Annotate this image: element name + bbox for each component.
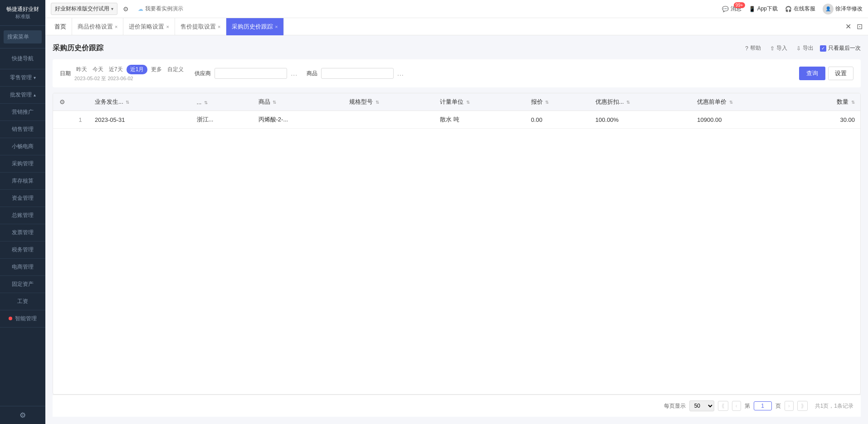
col-header-num xyxy=(71,93,89,111)
online-service-button[interactable]: 🎧 在线客服 xyxy=(785,5,815,13)
close-icon[interactable]: × xyxy=(275,24,278,29)
row-extra-cell: 浙江... xyxy=(191,111,253,129)
sidebar-item-purchase[interactable]: 采购管理 xyxy=(0,155,45,173)
sidebar-item-fixed-assets[interactable]: 固定资产 xyxy=(0,276,45,293)
sort-icon: ⇅ xyxy=(273,100,276,105)
col-header-extra[interactable]: ... ⇅ xyxy=(191,93,253,111)
import-button[interactable]: ⇧ 导入 xyxy=(767,43,790,54)
chevron-down-icon: ▾ xyxy=(34,75,36,80)
app-download-button[interactable]: 📱 App下载 xyxy=(749,5,778,13)
tab-close-button[interactable]: ✕ xyxy=(844,20,853,33)
message-icon: 💬 xyxy=(722,6,729,12)
sidebar-item-retail[interactable]: 零售管理 ▾ xyxy=(0,69,45,87)
tab-price-settings[interactable]: 商品价格设置 × xyxy=(72,18,123,35)
tab-home[interactable]: 首页 xyxy=(49,18,72,35)
date-last7[interactable]: 近7天 xyxy=(107,65,125,74)
page-header: 采购历史价跟踪 ? 帮助 ⇧ 导入 ⇩ 导出 只看最后一次 xyxy=(53,43,861,54)
prev-page-button[interactable]: ‹ xyxy=(732,401,741,411)
col-header-discount[interactable]: 优惠折扣... ⇅ xyxy=(590,93,692,111)
supplier-input[interactable] xyxy=(215,68,287,79)
sidebar-item-general-ledger[interactable]: 总账管理 xyxy=(0,207,45,224)
sidebar-item-label: 小畅电商 xyxy=(12,143,34,150)
row-price-cell: 0.00 xyxy=(526,111,590,129)
topbar-settings-button[interactable]: ⚙ xyxy=(121,4,131,14)
col-header-unit[interactable]: 计量单位 ⇅ xyxy=(434,93,525,111)
query-button[interactable]: 查询 xyxy=(799,67,825,80)
edition-selector[interactable]: 好业财标准版交付试用 ▾ xyxy=(51,3,117,15)
sidebar-item-inventory[interactable]: 库存核算 xyxy=(0,173,45,190)
sort-icon: ⇅ xyxy=(851,100,855,105)
cloud-icon: ☁ xyxy=(138,6,143,12)
close-icon[interactable]: × xyxy=(115,24,117,29)
user-menu-button[interactable]: 👤 徐泽华修改 xyxy=(823,4,863,14)
gear-icon: ⚙ xyxy=(123,5,129,13)
sidebar-item-invoice[interactable]: 发票管理 xyxy=(0,224,45,241)
next-page-button[interactable]: › xyxy=(785,401,794,411)
only-last-checkbox[interactable]: 只看最后一次 xyxy=(820,44,861,52)
row-quantity-cell: 30.00 xyxy=(796,111,860,129)
first-page-button[interactable]: ⟪ xyxy=(718,401,728,411)
product-input[interactable] xyxy=(321,68,394,79)
date-more[interactable]: 更多 xyxy=(149,65,164,74)
tabs-actions: ✕ ⊡ xyxy=(844,20,864,33)
col-header-before-discount[interactable]: 优惠前单价 ⇅ xyxy=(692,93,795,111)
tab-home-label: 首页 xyxy=(54,23,66,31)
tab-purchase-history[interactable]: 采购历史价跟踪 × xyxy=(226,18,283,35)
col-header-date[interactable]: 业务发生... ⇅ xyxy=(89,93,191,111)
demo-label: 我要看实例演示 xyxy=(145,5,183,13)
date-last1month[interactable]: 近1月 xyxy=(127,65,148,74)
sidebar-item-wholesale[interactable]: 批发管理 ▴ xyxy=(0,87,45,104)
sidebar-logo: 畅捷通好业财 标准版 xyxy=(0,0,45,26)
headset-icon: 🎧 xyxy=(785,6,792,12)
tab-sale-price[interactable]: 售价提取设置 × xyxy=(175,18,226,35)
date-yesterday[interactable]: 昨天 xyxy=(74,65,89,74)
date-custom[interactable]: 自定义 xyxy=(166,65,185,74)
sidebar-item-sales[interactable]: 销售管理 xyxy=(0,121,45,138)
date-filter-group: 日期 昨天 今天 近7天 近1月 更多 自定义 2023-05-02 至 202… xyxy=(60,65,185,82)
settings-icon-button[interactable]: ⚙ xyxy=(20,411,26,419)
sidebar-item-tax[interactable]: 税务管理 xyxy=(0,241,45,259)
row-before-discount-cell: 10900.00 xyxy=(692,111,795,129)
close-icon[interactable]: × xyxy=(166,24,169,29)
sidebar-item-label: 工资 xyxy=(17,298,28,305)
close-icon[interactable]: × xyxy=(218,24,220,29)
supplier-dots[interactable]: ... xyxy=(291,70,297,77)
sidebar-item-smart[interactable]: 智能管理 xyxy=(0,310,45,328)
topbar-right: 💬 消息 99+ 📱 App下载 🎧 在线客服 👤 徐泽华修改 xyxy=(722,4,863,14)
per-page-select[interactable]: 50 20 100 200 xyxy=(689,400,714,411)
demo-link[interactable]: ☁ 我要看实例演示 xyxy=(138,5,183,13)
row-spec-cell xyxy=(344,111,434,129)
edition-label: 好业财标准版交付试用 xyxy=(55,5,109,13)
page-number-input[interactable] xyxy=(754,401,772,410)
help-button[interactable]: ? 帮助 xyxy=(742,43,764,54)
sidebar-item-label: 库存核算 xyxy=(12,177,34,185)
filter-settings-button[interactable]: 设置 xyxy=(828,67,853,80)
messages-button[interactable]: 💬 消息 99+ xyxy=(722,5,741,13)
row-product-cell: 丙烯酸-2-... xyxy=(253,111,344,129)
table-settings-button[interactable]: ⚙ xyxy=(59,98,65,106)
quick-nav-button[interactable]: 快捷导航 xyxy=(4,51,42,66)
col-header-spec[interactable]: 规格型号 ⇅ xyxy=(344,93,434,111)
date-filter-label: 日期 xyxy=(60,70,71,77)
tab-purchase-strategy[interactable]: 进价策略设置 × xyxy=(123,18,175,35)
export-button[interactable]: ⇩ 导出 xyxy=(794,43,816,54)
sidebar: 畅捷通好业财 标准版 搜索菜单 快捷导航 零售管理 ▾ 批发管理 ▴ 营销推广 … xyxy=(0,0,45,424)
tab-expand-button[interactable]: ⊡ xyxy=(855,20,864,33)
date-today[interactable]: 今天 xyxy=(91,65,105,74)
app-download-label: App下载 xyxy=(757,5,778,13)
col-header-price[interactable]: 报价 ⇅ xyxy=(526,93,590,111)
sidebar-item-finance[interactable]: 资金管理 xyxy=(0,190,45,207)
product-dots[interactable]: ... xyxy=(397,70,404,77)
col-header-product[interactable]: 商品 ⇅ xyxy=(253,93,344,111)
sidebar-item-ecommerce[interactable]: 电商管理 xyxy=(0,259,45,276)
last-page-button[interactable]: ⟫ xyxy=(797,401,808,411)
search-menu-button[interactable]: 搜索菜单 xyxy=(4,30,42,43)
sidebar-item-marketing[interactable]: 营销推广 xyxy=(0,104,45,121)
tab-purchase-strategy-label: 进价策略设置 xyxy=(129,23,164,31)
tab-sale-price-label: 售价提取设置 xyxy=(180,23,216,31)
sidebar-item-label: 零售管理 xyxy=(10,74,32,82)
sidebar-item-ecommerce-small[interactable]: 小畅电商 xyxy=(0,138,45,155)
sidebar-item-salary[interactable]: 工资 xyxy=(0,293,45,310)
table-header-row: ⚙ 业务发生... ⇅ ... ⇅ 商品 ⇅ xyxy=(53,93,860,111)
col-header-quantity[interactable]: 数量 ⇅ xyxy=(796,93,860,111)
